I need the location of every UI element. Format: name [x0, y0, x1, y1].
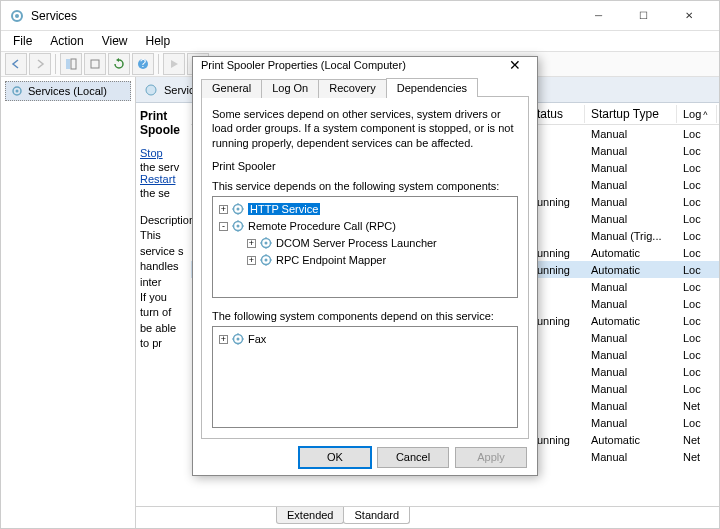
tree-item[interactable]: +RPC Endpoint Mapper	[217, 252, 513, 269]
tree-services-local[interactable]: Services (Local)	[5, 81, 131, 101]
expand-icon[interactable]: +	[247, 239, 256, 248]
svg-point-12	[237, 208, 240, 211]
svg-point-14	[237, 225, 240, 228]
svg-point-18	[265, 259, 268, 262]
close-button[interactable]: ✕	[666, 2, 711, 30]
tab-extended[interactable]: Extended	[276, 507, 344, 524]
col-startup[interactable]: Startup Type	[585, 105, 677, 123]
gear-icon	[231, 332, 245, 346]
ok-button[interactable]: OK	[299, 447, 371, 468]
desc-heading: Description:	[140, 213, 187, 228]
desc-body: This service s handles inter If you turn…	[140, 228, 187, 351]
tab-standard[interactable]: Standard	[343, 507, 410, 524]
menu-file[interactable]: File	[5, 32, 40, 50]
menubar: File Action View Help	[1, 31, 719, 51]
expand-icon[interactable]: +	[219, 335, 228, 344]
tree-item[interactable]: +Fax	[217, 331, 513, 348]
service-title: Print Spoole	[140, 109, 187, 137]
menu-action[interactable]: Action	[42, 32, 91, 50]
svg-rect-3	[71, 59, 76, 69]
dependencies-page: Some services depend on other services, …	[201, 96, 529, 439]
refresh-icon[interactable]	[144, 83, 158, 97]
tab-recovery[interactable]: Recovery	[318, 79, 386, 98]
restart-link[interactable]: Restart	[140, 173, 187, 185]
expand-icon[interactable]: +	[219, 205, 228, 214]
dependent-tree[interactable]: +Fax	[212, 326, 518, 428]
minimize-button[interactable]: ─	[576, 2, 621, 30]
svg-point-20	[237, 338, 240, 341]
tab-dependencies[interactable]: Dependencies	[386, 78, 478, 97]
expand-icon[interactable]: -	[219, 222, 228, 231]
stop-link[interactable]: Stop	[140, 147, 187, 159]
help-button[interactable]: ?	[132, 53, 154, 75]
dialog-close-button[interactable]: ✕	[501, 57, 529, 73]
tree-item[interactable]: -Remote Procedure Call (RPC)	[217, 218, 513, 235]
properties-dialog: Print Spooler Properties (Local Computer…	[192, 56, 538, 476]
service-name-label: Print Spooler	[212, 160, 518, 172]
detail-panel: Print Spoole Stop the serv Restart the s…	[136, 103, 191, 506]
back-button[interactable]	[5, 53, 27, 75]
tree-item[interactable]: +HTTP Service	[217, 201, 513, 218]
forward-button[interactable]	[29, 53, 51, 75]
svg-point-16	[265, 242, 268, 245]
apply-button[interactable]: Apply	[455, 447, 527, 468]
dialog-title: Print Spooler Properties (Local Computer…	[201, 59, 406, 71]
gear-icon	[259, 253, 273, 267]
show-hide-button[interactable]	[60, 53, 82, 75]
svg-text:?: ?	[140, 58, 146, 69]
info-text: Some services depend on other services, …	[212, 107, 518, 150]
svg-point-10	[146, 85, 156, 95]
tab-general[interactable]: General	[201, 79, 262, 98]
bottom-tabs: Extended Standard	[136, 506, 719, 528]
depends-on-label: This service depends on the following sy…	[212, 180, 518, 192]
col-logon[interactable]: Log^	[677, 105, 717, 123]
maximize-button[interactable]: ☐	[621, 2, 666, 30]
titlebar: Services ─ ☐ ✕	[1, 1, 719, 31]
services-icon	[9, 8, 25, 24]
window-title: Services	[31, 9, 576, 23]
menu-help[interactable]: Help	[138, 32, 179, 50]
tree-item[interactable]: +DCOM Server Process Launcher	[217, 235, 513, 252]
dependent-label: The following system components depend o…	[212, 310, 518, 322]
svg-point-1	[15, 14, 19, 18]
dialog-titlebar: Print Spooler Properties (Local Computer…	[193, 57, 537, 73]
tree-pane: Services (Local)	[1, 77, 136, 528]
cancel-button[interactable]: Cancel	[377, 447, 449, 468]
svg-rect-4	[91, 60, 99, 68]
gear-icon	[231, 202, 245, 216]
gear-icon	[231, 219, 245, 233]
tab-logon[interactable]: Log On	[261, 79, 319, 98]
gear-icon	[10, 84, 24, 98]
expand-icon[interactable]: +	[247, 256, 256, 265]
tree-label: Services (Local)	[28, 85, 107, 97]
svg-rect-2	[66, 59, 70, 69]
menu-view[interactable]: View	[94, 32, 136, 50]
svg-point-9	[16, 90, 19, 93]
export-button[interactable]	[84, 53, 106, 75]
refresh-button[interactable]	[108, 53, 130, 75]
depends-on-tree[interactable]: +HTTP Service-Remote Procedure Call (RPC…	[212, 196, 518, 298]
gear-icon	[259, 236, 273, 250]
play-button[interactable]	[163, 53, 185, 75]
